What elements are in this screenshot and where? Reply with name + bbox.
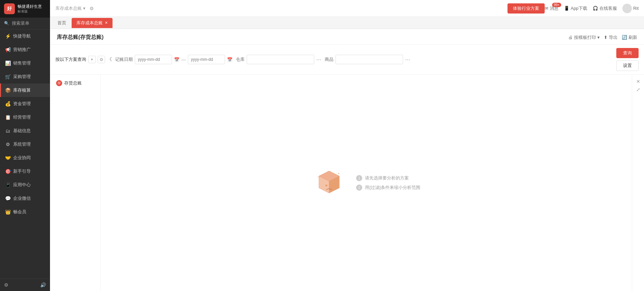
date-label: 记账日期 [115, 56, 133, 63]
svg-text:✦: ✦ [317, 176, 319, 178]
refresh-icon: 🔄 [622, 35, 627, 40]
date-start-input[interactable] [135, 55, 172, 64]
empty-text: 1 请先选择要分析的方案 2 用[过滤]条件来缩小分析范围 [356, 175, 420, 191]
tab-inventory-ledger[interactable]: 库存成本总账 ✕ [72, 18, 113, 28]
sidebar-item-marketing[interactable]: 📢 营销推广 [0, 43, 50, 56]
empty-step2: 2 用[过滤]条件来缩小分析范围 [356, 185, 420, 191]
sidebar: 好 畅捷通好生意 标准版 🔍 搜索菜单 ⚡ 快捷导航 📢 营销推广 📊 销售管理… [0, 0, 50, 291]
right-panel: ✕ ⤢ [632, 75, 644, 291]
sidebar-item-wechat[interactable]: 💬 企业微信 [0, 192, 50, 205]
print-dropdown-icon[interactable]: ▾ [597, 35, 600, 40]
calendar-start-icon[interactable]: 📅 [174, 57, 179, 62]
page-header-actions: 🖨 按模板打印 ▾ ⬆ 导出 🔄 刷新 [568, 34, 637, 41]
tabbar: 首页 库存成本总账 ✕ [50, 17, 644, 29]
search-icon: 🔍 [4, 21, 9, 26]
sidebar-item-system[interactable]: ⚙ 系统管理 [0, 138, 50, 151]
scheme-sidebar: 存 存货总账 [50, 75, 101, 291]
page-header: 库存总账(存货总账) 🖨 按模板打印 ▾ ⬆ 导出 🔄 刷新 [50, 29, 644, 45]
empty-illustration: ✦ ✦ [312, 166, 346, 200]
svg-point-4 [331, 185, 333, 187]
sidebar-logo: 好 畅捷通好生意 标准版 [0, 0, 50, 18]
sidebar-item-quick-nav[interactable]: ⚡ 快捷导航 [0, 29, 50, 43]
warehouse-input[interactable] [247, 55, 314, 64]
sidebar-item-guide[interactable]: 🎯 新手引导 [0, 165, 50, 178]
marketing-icon: 📢 [5, 47, 10, 52]
sidebar-item-member[interactable]: 👑 畅会员 [0, 205, 50, 219]
message-icon: ✉ [545, 6, 548, 11]
add-icon: + [91, 57, 93, 62]
sidebar-item-sales[interactable]: 📊 销售管理 [0, 56, 50, 70]
warehouse-label: 仓库 [236, 56, 245, 63]
scheme-item-inventory[interactable]: 存 存货总账 [53, 78, 97, 88]
app-download-btn[interactable]: 📱 App下载 [564, 5, 587, 11]
industry-btn[interactable]: 体验行业方案 [507, 3, 545, 14]
basic-info-icon: 🗂 [5, 128, 10, 134]
tab-close-icon[interactable]: ✕ [105, 21, 108, 25]
product-more-icon[interactable]: ··· [405, 56, 410, 63]
scheme-icon: ⊙ [100, 57, 103, 62]
quick-nav-icon: ⚡ [5, 33, 10, 39]
topbar-settings-icon[interactable]: ⚙ [90, 6, 94, 11]
calendar-end-icon[interactable]: 📅 [227, 57, 232, 62]
refresh-btn[interactable]: 🔄 刷新 [622, 34, 637, 41]
sidebar-item-enterprise[interactable]: 🤝 企业协同 [0, 151, 50, 165]
breadcrumb: 库存成本总账 ▾ ⚙ [55, 5, 503, 11]
svg-text:✦: ✦ [338, 172, 340, 175]
purchase-icon: 🛒 [5, 74, 10, 79]
operation-icon: 📋 [5, 115, 10, 120]
wechat-icon: 💬 [5, 196, 10, 201]
content-area: 库存总账(存货总账) 🖨 按模板打印 ▾ ⬆ 导出 🔄 刷新 [50, 29, 644, 291]
scheme-item-icon: 存 [56, 80, 62, 86]
sidebar-item-basic-info[interactable]: 🗂 基础信息 [0, 124, 50, 138]
guide-icon: 🎯 [5, 169, 10, 174]
message-btn[interactable]: ✉ 消息 99+ [545, 5, 559, 11]
app-download-icon: 📱 [564, 6, 569, 11]
filter-scheme-btn[interactable]: ⊙ [98, 56, 105, 63]
system-icon: ⚙ [5, 142, 10, 147]
content-body: 存 存货总账 [50, 75, 644, 291]
sidebar-item-app-center[interactable]: 📱 应用中心 [0, 178, 50, 192]
app-logo-text: 畅捷通好生意 标准版 [18, 4, 42, 14]
online-support-btn[interactable]: 🎧 在线客服 [593, 5, 617, 11]
product-label: 商品 [325, 56, 333, 63]
page-title: 库存总账(存货总账) [57, 34, 104, 41]
product-input[interactable] [336, 55, 403, 64]
sidebar-item-finance[interactable]: 💰 资金管理 [0, 97, 50, 111]
empty-step1: 1 请先选择要分析的方案 [356, 175, 420, 181]
filter-label: 按以下方案查询 [55, 56, 86, 63]
sidebar-item-purchase[interactable]: 🛒 采购管理 [0, 70, 50, 83]
sidebar-search[interactable]: 🔍 搜索菜单 [0, 18, 50, 29]
query-btn[interactable]: 查询 [616, 48, 639, 58]
sidebar-item-inventory[interactable]: 📦 库存核算 [0, 83, 50, 97]
enterprise-icon: 🤝 [5, 155, 10, 161]
main-area: 库存成本总账 ▾ ⚙ 体验行业方案 ✉ 消息 99+ 📱 App下载 🎧 在线客… [50, 0, 644, 291]
app-logo-icon: 好 [4, 3, 15, 14]
warehouse-more-icon[interactable]: ··· [316, 56, 321, 63]
sidebar-footer: ⚙ 🔊 [0, 278, 50, 291]
collapse-icon[interactable]: 《 [107, 56, 112, 63]
add-filter-btn[interactable]: + [88, 56, 96, 63]
filter-area: 按以下方案查询 + ⊙ 《 记账日期 📅 — 📅 仓库 · [50, 45, 644, 75]
footer-settings-icon[interactable]: ⚙ [4, 282, 8, 288]
headset-icon: 🎧 [593, 6, 598, 11]
sales-icon: 📊 [5, 60, 10, 66]
member-icon: 👑 [5, 209, 10, 215]
print-btn[interactable]: 🖨 按模板打印 ▾ [568, 34, 600, 41]
tab-home[interactable]: 首页 [53, 18, 71, 28]
empty-state-inner: ✦ ✦ 1 请先选择要分析的方案 2 用[过滤]条件来缩小分析范围 [312, 166, 420, 200]
topbar: 库存成本总账 ▾ ⚙ 体验行业方案 ✉ 消息 99+ 📱 App下载 🎧 在线客… [50, 0, 644, 17]
footer-audio-icon[interactable]: 🔊 [40, 282, 46, 288]
export-btn[interactable]: ⬆ 导出 [604, 34, 618, 41]
expand-panel-icon[interactable]: ⤢ [636, 87, 640, 92]
avatar [622, 4, 632, 13]
breadcrumb-dropdown-icon[interactable]: ▾ [83, 6, 85, 11]
print-icon: 🖨 [568, 35, 573, 40]
user-avatar-area[interactable]: Rit [622, 4, 639, 13]
sidebar-menu: ⚡ 快捷导航 📢 营销推广 📊 销售管理 🛒 采购管理 📦 库存核算 💰 资金管… [0, 29, 50, 278]
date-end-input[interactable] [188, 55, 225, 64]
sidebar-item-operation[interactable]: 📋 经营管理 [0, 111, 50, 124]
close-panel-icon[interactable]: ✕ [636, 79, 640, 84]
settings-btn[interactable]: 设置 [616, 60, 639, 71]
topbar-right: ✉ 消息 99+ 📱 App下载 🎧 在线客服 Rit [545, 4, 639, 13]
export-icon: ⬆ [604, 35, 608, 40]
